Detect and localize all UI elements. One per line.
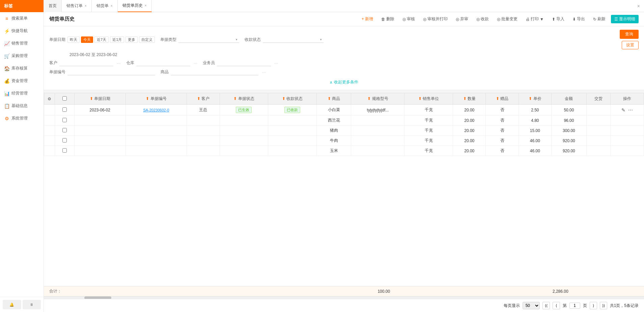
import-btn-label: 导入 [556, 16, 564, 22]
sidebar-item-label: 快捷导航 [11, 28, 28, 34]
page-label-after: 页 [583, 303, 587, 309]
goods-dots-btn[interactable]: ··· [262, 70, 266, 75]
checkbox-cell[interactable] [55, 105, 75, 115]
delete-button[interactable]: 🗑 删除 [379, 15, 397, 23]
sidebar-item-sales-mgmt[interactable]: 📈 销售管理 [0, 37, 44, 50]
unit-col-header[interactable]: ⬆ 销售单位 [404, 93, 453, 105]
refresh-button[interactable]: ↻ 刷新 [590, 15, 608, 23]
sort-icon: ⬆ [463, 96, 467, 101]
collect-status-select[interactable] [263, 36, 324, 43]
sidebar-item-quick-nav[interactable]: ⚡ 快捷导航 [0, 25, 44, 37]
more-btn[interactable]: ⋯ [628, 107, 633, 113]
base-info-icon: 📋 [4, 103, 9, 109]
goods-input[interactable] [171, 69, 258, 75]
page-last-btn[interactable]: ⟩⟩ [600, 302, 607, 309]
tab-sales-order[interactable]: 销售订单 × [62, 0, 92, 12]
checkbox-cell[interactable] [55, 115, 75, 126]
tab-bar: 首页 销售订单 × 销货单 × 销货单历史 × × [44, 0, 644, 12]
sidebar-item-search-menu[interactable]: ≡ 搜索菜单 [0, 12, 44, 25]
collapse-button[interactable]: ∧ 收起更多条件 [49, 78, 639, 86]
tab-bar-close-all[interactable]: × [633, 3, 644, 9]
customer-dots-btn[interactable]: ··· [117, 60, 121, 66]
spec-col-header[interactable]: ⬆ 规格型号 [351, 93, 404, 105]
collect-status-cell [268, 126, 317, 136]
checkbox-cell[interactable] [55, 146, 75, 156]
audit-button[interactable]: ◎ 审核 [400, 15, 418, 23]
per-page-select[interactable]: 10 20 50 100 [523, 302, 540, 309]
actions-col-header: 操作 [611, 93, 644, 105]
doc-no-link[interactable]: SA-20230602-0 [143, 108, 169, 112]
collect-status-cell: 已收款 [268, 105, 317, 115]
row-checkbox[interactable] [62, 148, 67, 153]
tab-home[interactable]: 首页 [44, 0, 62, 12]
staff-dots-btn[interactable]: ··· [274, 60, 278, 66]
scrollbar-area[interactable] [44, 296, 644, 299]
date-shortcut-more[interactable]: 更多 [125, 36, 138, 43]
doc-no-col-header[interactable]: ⬆ 单据编号 [125, 93, 187, 105]
sidebar-pause-btn[interactable]: ⏸ [23, 300, 41, 309]
batch-change-button[interactable]: ◎ 批量变更 [494, 15, 520, 23]
date-shortcut-custom[interactable]: 自定义 [139, 36, 155, 43]
warehouse-dots-btn[interactable]: ··· [194, 60, 198, 66]
transaction-cell [586, 146, 611, 156]
date-shortcut-7days[interactable]: 近7天 [94, 36, 109, 43]
export-button[interactable]: ⬇ 导出 [570, 15, 588, 23]
import-button[interactable]: ⬆ 导入 [549, 15, 567, 23]
doc-no-cell [125, 136, 187, 146]
page-next-btn[interactable]: ⟩ [590, 302, 597, 309]
gift-col-header[interactable]: ⬆ 赠品 [486, 93, 519, 105]
row-checkbox[interactable] [62, 128, 67, 132]
tab-sales-goods-close[interactable]: × [111, 4, 113, 8]
page-prev-btn[interactable]: ⟨ [553, 302, 560, 309]
row-checkbox[interactable] [62, 138, 67, 142]
sidebar-item-purchase-mgmt[interactable]: 🛒 采购管理 [0, 50, 44, 62]
abandon-button[interactable]: ◎ 弃审 [453, 15, 471, 23]
sidebar-item-inventory[interactable]: 🏠 库存核算 [0, 62, 44, 75]
page-first-btn[interactable]: ⟨⟨ [542, 302, 550, 309]
staff-input[interactable] [217, 60, 271, 66]
collect-status-col-header[interactable]: ⬆ 收款状态 [268, 93, 317, 105]
tab-sales-history-close[interactable]: × [145, 4, 147, 7]
select-all-checkbox[interactable] [62, 96, 67, 101]
page-number-input[interactable] [569, 303, 580, 309]
customer-col-header[interactable]: ⬆ 客户 [187, 93, 220, 105]
goods-col-header[interactable]: ⬆ 商品 [317, 93, 351, 105]
checkbox-col-header[interactable] [55, 93, 75, 105]
collect-button[interactable]: ◎ 收款 [474, 15, 492, 23]
audit-print-button[interactable]: ◎ 审核并打印 [420, 15, 450, 23]
price-col-header[interactable]: ⬆ 单价 [519, 93, 551, 105]
table-row: 玉米 千克 20.00 否 46.00 920.00 [44, 146, 644, 156]
filter-row-1: 单据日期 昨天 今天 近7天 近1月 更多 自定义 单据类型 [49, 30, 639, 49]
show-detail-button[interactable]: ☰ 显示明细 [611, 15, 639, 23]
date-shortcut-yesterday[interactable]: 昨天 [67, 36, 80, 43]
date-shortcut-today[interactable]: 今天 [81, 36, 93, 43]
checkbox-cell[interactable] [55, 136, 75, 146]
edit-btn[interactable]: ✎ [621, 107, 625, 113]
gear-col-header[interactable]: ⚙ [44, 93, 55, 105]
sidebar-notification-btn[interactable]: 🔔 [3, 300, 21, 309]
qty-col-header[interactable]: ⬆ 数量 [453, 93, 486, 105]
filter-row-date-range: 2023-06-02 至 2023-06-02 [69, 52, 639, 58]
checkbox-cell[interactable] [55, 126, 75, 136]
date-shortcut-1month[interactable]: 近1月 [110, 36, 124, 43]
warehouse-input[interactable] [136, 60, 190, 66]
row-checkbox[interactable] [62, 107, 67, 112]
tab-sales-history[interactable]: 销货单历史 × [118, 0, 152, 12]
tab-sales-order-close[interactable]: × [85, 4, 87, 8]
tab-sales-goods[interactable]: 销货单 × [92, 0, 118, 12]
doc-status-col-header[interactable]: ⬆ 单据状态 [220, 93, 268, 105]
new-button[interactable]: + 新增 [359, 15, 376, 23]
set-button[interactable]: 设置 [622, 41, 639, 49]
date-col-header[interactable]: ⬆ 单据日期 [74, 93, 125, 105]
doc-no-input[interactable] [67, 69, 155, 75]
sidebar-item-ops[interactable]: 📊 经营管理 [0, 87, 44, 100]
doc-type-select[interactable] [178, 36, 239, 43]
row-checkbox[interactable] [62, 118, 67, 122]
sidebar-item-sys-mgmt[interactable]: ⚙ 系统管理 [0, 112, 44, 125]
query-button[interactable]: 查询 [620, 30, 639, 39]
price-cell: 15.00 [519, 126, 551, 136]
sidebar-item-base-info[interactable]: 📋 基础信息 [0, 100, 44, 112]
sidebar-item-finance[interactable]: 💰 资金管理 [0, 75, 44, 87]
customer-input[interactable] [59, 60, 113, 66]
print-button[interactable]: 🖨 打印 ▼ [523, 15, 547, 23]
